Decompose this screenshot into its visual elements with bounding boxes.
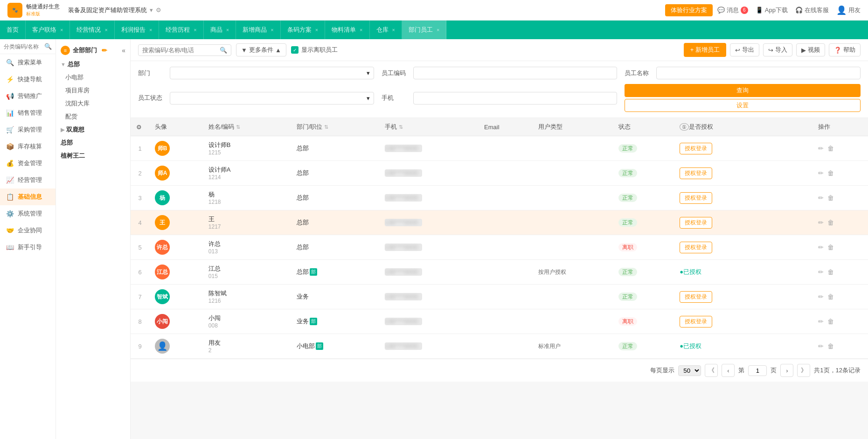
sidebar-item-system[interactable]: ⚙️ 系统管理 bbox=[0, 205, 56, 222]
delete-icon[interactable]: 🗑 bbox=[827, 318, 834, 325]
tab-dept-staff[interactable]: 部门员工 × bbox=[402, 21, 446, 39]
close-tab-customer[interactable]: × bbox=[60, 27, 63, 33]
tab-home[interactable]: 首页 bbox=[0, 21, 26, 39]
dept-item-shenyang[interactable]: 沈阳大库 bbox=[56, 97, 130, 110]
col-dept-pos[interactable]: 部门/职位 ⇅ bbox=[291, 118, 379, 136]
tab-profit[interactable]: 利润报告 × bbox=[115, 21, 159, 39]
sidebar-item-purchase[interactable]: 🛒 采购管理 bbox=[0, 121, 56, 138]
edit-icon[interactable]: ✏ bbox=[818, 268, 824, 276]
auth-login-btn[interactable]: 授权登录 bbox=[680, 217, 712, 229]
delete-icon[interactable]: 🗑 bbox=[827, 194, 834, 202]
sidebar-item-finance[interactable]: 💰 资金管理 bbox=[0, 155, 56, 172]
tab-product[interactable]: 商品 × bbox=[204, 21, 236, 39]
dept-item-peihuo[interactable]: 配货 bbox=[56, 110, 130, 123]
delete-icon[interactable]: 🗑 bbox=[827, 169, 834, 177]
auth-login-btn[interactable]: 授权登录 bbox=[680, 167, 712, 179]
query-btn[interactable]: 查询 bbox=[625, 84, 861, 97]
auth-login-btn[interactable]: 授权登录 bbox=[680, 242, 712, 253]
export-btn[interactable]: ↩ 导出 bbox=[730, 43, 759, 56]
app-download-item[interactable]: 📱 App下载 bbox=[756, 6, 788, 14]
tab-bom[interactable]: 物料清单 × bbox=[325, 21, 369, 39]
filter-phone-input[interactable] bbox=[413, 92, 618, 105]
tab-warehouse[interactable]: 仓库 × bbox=[370, 21, 402, 39]
edit-icon[interactable]: ✏ bbox=[818, 293, 824, 300]
dept-item-xiangmu[interactable]: 项目库房 bbox=[56, 84, 130, 97]
edit-icon[interactable]: ✏ bbox=[818, 342, 824, 350]
close-tab-biz[interactable]: × bbox=[194, 27, 196, 33]
add-employee-btn[interactable]: + 新增员工 bbox=[684, 43, 726, 57]
dept-group-shuangluxiang[interactable]: ▶ 双鹿想 bbox=[56, 123, 130, 136]
tab-barcode[interactable]: 条码方案 × bbox=[281, 21, 325, 39]
show-resigned-toggle[interactable]: ✓ 显示离职员工 bbox=[291, 46, 338, 54]
sidebar-item-operation[interactable]: 📈 经营管理 bbox=[0, 172, 56, 188]
close-tab-new-product[interactable]: × bbox=[271, 27, 273, 33]
close-tab-dept[interactable]: × bbox=[437, 27, 439, 33]
page-input[interactable] bbox=[748, 365, 767, 376]
sidebar-item-quick-nav[interactable]: ⚡ 快捷导航 bbox=[0, 71, 56, 88]
settings-icon[interactable]: ⚙ bbox=[156, 7, 161, 14]
search-input[interactable] bbox=[142, 47, 217, 54]
auth-login-btn[interactable]: 授权登录 bbox=[680, 192, 712, 204]
delete-icon[interactable]: 🗑 bbox=[827, 145, 834, 152]
filter-empcode-input[interactable] bbox=[413, 67, 618, 79]
delete-icon[interactable]: 🗑 bbox=[827, 219, 834, 226]
last-page-btn[interactable]: 》 bbox=[797, 364, 810, 377]
system-title-dropdown-icon[interactable]: ▾ bbox=[150, 7, 153, 14]
edit-icon[interactable]: ✏ bbox=[818, 244, 824, 251]
sidebar-item-marketing[interactable]: 📢 营销推广 bbox=[0, 88, 56, 105]
sidebar-item-search[interactable]: 🔍 搜索菜单 bbox=[0, 54, 56, 71]
sidebar-search-icon[interactable]: 🔍 bbox=[44, 43, 52, 50]
help-btn[interactable]: ❓ 帮助 bbox=[829, 43, 861, 56]
edit-icon[interactable]: ✏ bbox=[818, 145, 824, 152]
close-tab-warehouse[interactable]: × bbox=[392, 27, 395, 33]
close-tab-barcode[interactable]: × bbox=[315, 27, 318, 33]
auth-login-btn[interactable]: 授权登录 bbox=[680, 291, 712, 303]
import-btn[interactable]: ↪ 导入 bbox=[763, 43, 792, 56]
user-item[interactable]: 👤 用友 bbox=[836, 5, 861, 15]
delete-icon[interactable]: 🗑 bbox=[827, 268, 834, 276]
try-btn[interactable]: 体验行业方案 bbox=[665, 4, 713, 16]
dept-item-xiaodianbu[interactable]: 小电部 bbox=[56, 71, 130, 84]
edit-icon[interactable]: ✏ bbox=[818, 219, 824, 226]
close-tab-bom[interactable]: × bbox=[360, 27, 362, 33]
filter-empname-input[interactable] bbox=[656, 67, 861, 79]
sidebar-item-guide[interactable]: 📖 新手引导 bbox=[0, 239, 56, 256]
delete-icon[interactable]: 🗑 bbox=[827, 244, 834, 251]
dept-group-zongbu[interactable]: ▼ 总部 bbox=[56, 58, 130, 71]
next-page-btn[interactable]: › bbox=[780, 364, 793, 377]
col-settings[interactable]: ⚙ bbox=[131, 118, 149, 136]
tab-biz-process[interactable]: 经营历程 × bbox=[159, 21, 203, 39]
sidebar-item-collab[interactable]: 🤝 企业协同 bbox=[0, 222, 56, 239]
auth-login-btn[interactable]: 授权登录 bbox=[680, 316, 712, 328]
set-btn[interactable]: 设置 bbox=[625, 99, 861, 112]
col-phone[interactable]: 手机 ⇅ bbox=[379, 118, 479, 136]
per-page-select[interactable]: 50 bbox=[678, 365, 701, 376]
view-btn[interactable]: ▶ 视频 bbox=[796, 43, 825, 56]
edit-icon[interactable]: ✏ bbox=[818, 194, 824, 202]
auth-login-btn[interactable]: 授权登录 bbox=[680, 143, 712, 154]
tab-new-product[interactable]: 新增商品 × bbox=[236, 21, 280, 39]
dept-group-zhishu[interactable]: 植树王二 bbox=[56, 149, 130, 162]
tab-customer[interactable]: 客户联络 × bbox=[26, 21, 70, 39]
delete-icon[interactable]: 🗑 bbox=[827, 342, 834, 350]
checkbox-resigned[interactable]: ✓ bbox=[291, 46, 299, 54]
filter-status-select[interactable]: ▾ bbox=[170, 92, 374, 105]
close-tab-product[interactable]: × bbox=[226, 27, 229, 33]
edit-icon[interactable]: ✏ bbox=[818, 169, 824, 177]
collapse-btn[interactable]: « bbox=[122, 47, 125, 54]
online-service-item[interactable]: 🎧 在线客服 bbox=[795, 6, 829, 14]
sidebar-item-sales[interactable]: 📊 销售管理 bbox=[0, 105, 56, 121]
col-name-code[interactable]: 姓名/编码 ⇅ bbox=[203, 118, 291, 136]
close-tab-profit[interactable]: × bbox=[149, 27, 152, 33]
more-filter-btn[interactable]: ▼ 更多条件 ▲ bbox=[236, 43, 286, 56]
search-icon[interactable]: 🔍 bbox=[220, 47, 227, 54]
close-tab-op-status[interactable]: × bbox=[104, 27, 107, 33]
edit-icon[interactable]: ✏ bbox=[818, 318, 824, 325]
dept-group-zongbu2[interactable]: 总部 bbox=[56, 136, 130, 149]
tab-operation-status[interactable]: 经营情况 × bbox=[70, 21, 114, 39]
sidebar-search-input[interactable] bbox=[4, 43, 42, 50]
message-item[interactable]: 💬 消息 6 bbox=[717, 6, 748, 14]
prev-page-btn[interactable]: ‹ bbox=[722, 364, 735, 377]
first-page-btn[interactable]: 《 bbox=[705, 364, 718, 377]
sidebar-item-basic-info[interactable]: 📋 基础信息 bbox=[0, 188, 56, 205]
